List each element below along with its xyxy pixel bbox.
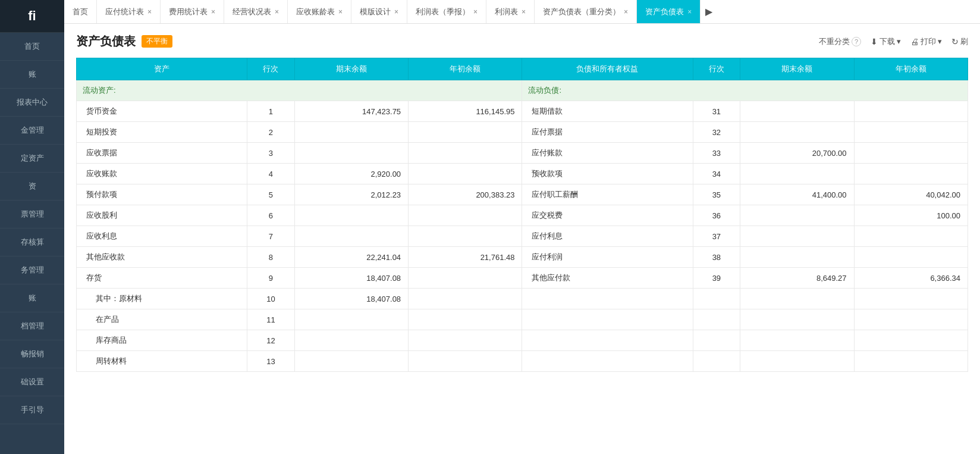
col-header-row-num-right: 行次 xyxy=(693,58,740,80)
table-row: 预付款项 5 2,012.23 200,383.23 应付职工薪酬 35 41,… xyxy=(77,184,968,205)
tab-expense-stats[interactable]: 费用统计表 × xyxy=(161,0,224,23)
sidebar-item-account[interactable]: 账 xyxy=(0,61,64,89)
sidebar-item-ledger[interactable]: 账 xyxy=(0,284,64,312)
tab-balance[interactable]: 资产负债表 × xyxy=(637,0,701,23)
print-label: 打印 xyxy=(921,36,936,47)
download-icon: ⬇ xyxy=(871,37,878,46)
unbalanced-badge: 不平衡 xyxy=(142,35,172,48)
download-chevron: ▾ xyxy=(897,37,901,46)
left-end-balance xyxy=(294,226,408,247)
left-item: 应收利息 xyxy=(77,226,247,247)
no-reclassify-btn[interactable]: 不重分类 ? xyxy=(819,36,861,47)
col-header-end-balance-right: 期末余额 xyxy=(740,58,854,80)
tab-payable-stats-close[interactable]: × xyxy=(147,8,152,16)
print-chevron: ▾ xyxy=(938,37,942,46)
right-end-balance xyxy=(740,226,854,247)
tab-payable-stats-label: 应付统计表 xyxy=(105,7,144,17)
left-row-num: 12 xyxy=(247,330,295,351)
right-end-balance xyxy=(740,351,854,372)
tab-expense-stats-label: 费用统计表 xyxy=(169,7,208,17)
left-end-balance: 22,241.04 xyxy=(294,247,408,268)
left-end-balance xyxy=(294,143,408,164)
tab-expense-stats-close[interactable]: × xyxy=(211,8,215,16)
right-end-balance xyxy=(740,330,854,351)
left-row-num: 11 xyxy=(247,309,295,330)
right-row-num xyxy=(693,351,740,372)
print-icon: 🖨 xyxy=(910,37,919,46)
sidebar-item-invoice[interactable]: 票管理 xyxy=(0,201,64,228)
left-end-balance xyxy=(294,122,408,143)
print-btn[interactable]: 🖨 打印 ▾ xyxy=(910,36,942,47)
left-begin-balance: 200,383.23 xyxy=(409,184,522,205)
table-row: 短期投资 2 应付票据 32 xyxy=(77,122,968,143)
download-label: 下载 xyxy=(880,36,895,47)
right-begin-balance xyxy=(854,309,968,330)
page-actions: 不重分类 ? ⬇ 下载 ▾ 🖨 打印 ▾ ↻ 刷 xyxy=(819,36,968,47)
refresh-btn[interactable]: ↻ 刷 xyxy=(951,36,968,47)
tab-balance-reclassified[interactable]: 资产负债表（重分类） × xyxy=(535,0,637,23)
left-begin-balance xyxy=(409,351,522,372)
right-begin-balance xyxy=(854,164,968,184)
sidebar-item-home[interactable]: 首页 xyxy=(0,33,64,61)
right-end-balance xyxy=(740,122,854,143)
tab-balance-close[interactable]: × xyxy=(687,8,692,16)
sidebar-item-tax[interactable]: 务管理 xyxy=(0,256,64,284)
sidebar-item-report-center[interactable]: 报表中心 xyxy=(0,89,64,117)
left-end-balance xyxy=(294,330,408,351)
table-row: 周转材料 13 xyxy=(77,351,968,372)
tab-balance-reclassified-close[interactable]: × xyxy=(624,8,628,16)
right-begin-balance xyxy=(854,289,968,309)
right-item xyxy=(522,309,693,330)
left-begin-balance xyxy=(409,143,522,164)
sidebar-item-inventory[interactable]: 存核算 xyxy=(0,228,64,256)
left-row-num: 8 xyxy=(247,247,295,268)
tab-operation[interactable]: 经营状况表 × xyxy=(224,0,288,23)
sidebar-item-archive[interactable]: 档管理 xyxy=(0,312,64,340)
download-btn[interactable]: ⬇ 下载 ▾ xyxy=(871,36,901,47)
tab-operation-close[interactable]: × xyxy=(275,8,279,16)
right-begin-balance: 40,042.00 xyxy=(854,184,968,205)
left-item: 应收账款 xyxy=(77,164,247,184)
tab-template-label: 模版设计 xyxy=(360,7,391,17)
tab-template[interactable]: 模版设计 × xyxy=(351,0,407,23)
left-end-balance xyxy=(294,351,408,372)
sidebar-item-capital[interactable]: 资 xyxy=(0,173,64,201)
left-item: 其他应收款 xyxy=(77,247,247,268)
tab-bar: 首页 应付统计表 × 费用统计表 × 经营状况表 × 应收账龄表 × 模版设计 … xyxy=(64,0,980,24)
tab-home[interactable]: 首页 xyxy=(64,0,97,23)
sidebar-item-fixed-assets[interactable]: 定资产 xyxy=(0,145,64,173)
tab-profit-quarterly[interactable]: 利润表（季报） × xyxy=(407,0,486,23)
tab-profit-label: 利润表 xyxy=(495,7,518,17)
left-item: 应收股利 xyxy=(77,205,247,226)
table-row: 其他应收款 8 22,241.04 21,761.48 应付利润 38 xyxy=(77,247,968,268)
tab-profit-quarterly-close[interactable]: × xyxy=(473,8,478,16)
tab-receivable-aging-close[interactable]: × xyxy=(338,8,343,16)
sidebar-item-finance[interactable]: 金管理 xyxy=(0,117,64,145)
tab-profit[interactable]: 利润表 × xyxy=(486,0,535,23)
sidebar-item-guide[interactable]: 手引导 xyxy=(0,396,64,424)
tab-payable-stats[interactable]: 应付统计表 × xyxy=(97,0,161,23)
balance-sheet-table: 资产 行次 期末余额 年初余额 负债和所有者权益 行次 期末余额 年初余额 流动… xyxy=(76,58,968,372)
sidebar-item-settings[interactable]: 础设置 xyxy=(0,368,64,396)
tab-home-label: 首页 xyxy=(73,7,88,17)
page-title-bar: 资产负债表 不平衡 不重分类 ? ⬇ 下载 ▾ 🖨 打印 ▾ xyxy=(76,33,968,49)
right-end-balance: 41,400.00 xyxy=(740,184,854,205)
right-end-balance xyxy=(740,101,854,122)
tab-template-close[interactable]: × xyxy=(394,8,398,16)
tab-nav-next[interactable]: ▶ xyxy=(701,0,717,23)
page-title-left: 资产负债表 不平衡 xyxy=(76,33,172,49)
right-end-balance: 8,649.27 xyxy=(740,268,854,289)
tab-balance-label: 资产负债表 xyxy=(645,7,684,17)
help-icon[interactable]: ? xyxy=(852,37,861,46)
tab-profit-close[interactable]: × xyxy=(522,8,526,16)
table-row: 其中：原材料 10 18,407.08 xyxy=(77,289,968,309)
tab-receivable-aging[interactable]: 应收账龄表 × xyxy=(288,0,351,23)
right-begin-balance xyxy=(854,351,968,372)
right-item xyxy=(522,330,693,351)
right-row-num xyxy=(693,309,740,330)
col-header-begin-balance-left: 年初余额 xyxy=(409,58,522,80)
sidebar-item-expense[interactable]: 畅报销 xyxy=(0,340,64,368)
page-title: 资产负债表 xyxy=(76,33,136,49)
left-end-balance xyxy=(294,309,408,330)
right-item: 短期借款 xyxy=(522,101,693,122)
